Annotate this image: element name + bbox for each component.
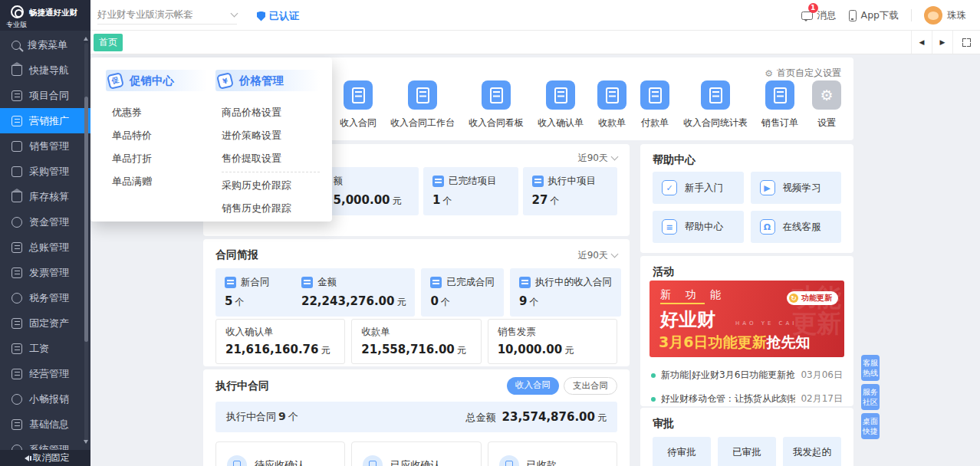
quick-icon-settings[interactable]: ⚙设置 — [812, 80, 841, 130]
fullscreen-button[interactable] — [952, 31, 980, 54]
contract-stat-completed: 已完成合同 0个 — [421, 268, 504, 317]
tab-scroll-right-button[interactable]: ▶ — [932, 31, 952, 54]
quick-icon-income-confirm[interactable]: 收入确认单 — [538, 80, 584, 130]
help-help-center[interactable]: ≡帮助中心 — [653, 211, 744, 243]
base-info-icon — [12, 419, 22, 430]
refresh-icon: ↻ — [789, 294, 798, 303]
account-set-selector[interactable]: 好业财专业版演示帐套 — [97, 5, 237, 25]
contract-brief-title: 合同简报 — [215, 248, 258, 262]
banner-line1: 新 功 能 — [660, 288, 726, 302]
receipt-icon — [597, 80, 626, 110]
pending-receivable-card[interactable]: 待应收确认 — [215, 441, 345, 466]
ledger-icon — [12, 242, 22, 253]
sidebar-item-salary[interactable]: 工资 — [0, 336, 90, 361]
menu-item-product-price[interactable]: 商品价格设置 — [215, 101, 320, 124]
price-mgmt-header: ¥ 价格管理 — [215, 70, 320, 91]
contract-brief-filter[interactable]: 近90天 — [578, 249, 617, 262]
app-download-button[interactable]: App下载 — [849, 9, 899, 22]
sidebar-item-reimburse[interactable]: 小畅报销 — [0, 386, 90, 412]
finished-project-icon — [432, 176, 444, 187]
sidebar-item-inventory[interactable]: 库存核算 — [0, 184, 90, 209]
approval-initiated[interactable]: 我发起的 — [783, 437, 841, 466]
sidebar-item-general-ledger[interactable]: 总账管理 — [0, 235, 90, 260]
chevron-down-icon — [611, 250, 619, 258]
sidebar-item-quick-nav[interactable]: 快捷导航 — [0, 57, 90, 83]
banner-line3: 3月6日功能更新抢先知 — [659, 333, 810, 353]
tax-icon — [12, 293, 22, 304]
received-card[interactable]: 已收款 — [488, 441, 617, 466]
help-online-service[interactable]: Ω在线客服 — [751, 211, 842, 243]
quick-icon-receipt[interactable]: 收款单 — [597, 80, 626, 130]
sidebar-item-base-info[interactable]: 基础信息 — [0, 412, 90, 437]
help-beginner-guide[interactable]: ✓新手入门 — [653, 172, 744, 204]
menu-item-sale-price-extract[interactable]: 售价提取设置 — [215, 147, 320, 170]
tab-scroll-left-button[interactable]: ◀ — [911, 31, 932, 54]
news-item[interactable]: 新功能|好业财3月6日功能更新抢先知 03月06日 — [651, 363, 843, 387]
quick-icon-income-contract-workbench[interactable]: 收入合同工作台 — [390, 80, 455, 130]
confirmed-receivable-card[interactable]: 已应收确认 — [351, 441, 481, 466]
desktop-shortcut-tab[interactable]: 桌面快捷 — [861, 413, 880, 439]
payment-icon — [640, 80, 669, 110]
sidebar-scroll-up-icon[interactable] — [84, 34, 88, 41]
banner-brand-en: HAO YE CAI — [735, 320, 797, 327]
shield-icon — [257, 11, 265, 21]
username: 珠珠 — [947, 9, 966, 22]
tabbar: 首页 ◀ ▶ — [90, 31, 980, 54]
doc-sales-invoice: 销售发票 10,000.00元 — [488, 319, 617, 364]
sidebar-scroll-down-icon[interactable] — [84, 440, 88, 446]
sidebar-item-funds[interactable]: 资金管理 — [0, 209, 90, 235]
approval-pending[interactable]: 待审批 — [653, 437, 711, 466]
sidebar-item-search-menu[interactable]: 搜索菜单 — [0, 32, 90, 57]
income-contract-tab[interactable]: 收入合同 — [507, 377, 559, 395]
workbench-icon — [408, 80, 437, 110]
topbar-divider — [911, 9, 912, 21]
banner-brand: 好业财 — [660, 307, 715, 332]
menu-item-discount[interactable]: 单品打折 — [106, 147, 207, 170]
sidebar-item-purchase[interactable]: 采购管理 — [0, 159, 90, 184]
sidebar-item-tax[interactable]: 税务管理 — [0, 285, 90, 310]
purchase-bag-icon — [12, 166, 22, 177]
invoice-icon — [12, 267, 22, 278]
executing-title: 执行中合同 — [215, 379, 269, 393]
menu-item-sales-history-price[interactable]: 销售历史价跟踪 — [215, 197, 320, 220]
homepage-customize-button[interactable]: ⚙ 首页自定义设置 — [765, 67, 841, 80]
sidebar-item-invoice[interactable]: 发票管理 — [0, 260, 90, 285]
unpin-icon — [21, 455, 29, 461]
quick-icon-income-contract-stats[interactable]: 收入合同统计表 — [683, 80, 748, 130]
money-bag-icon — [12, 217, 22, 228]
menu-item-gift[interactable]: 单品满赠 — [106, 170, 207, 193]
help-video-learning[interactable]: ▶视频学习 — [751, 172, 842, 204]
sidebar-item-operation[interactable]: 经营管理 — [0, 361, 90, 386]
service-hotline-tab[interactable]: 客服热线 — [861, 355, 880, 381]
messages-button[interactable]: 消息 1 — [801, 9, 837, 22]
sidebar-item-marketing[interactable]: 营销推广 — [0, 108, 90, 133]
sidebar-item-project-contract[interactable]: 项目合同 — [0, 83, 90, 108]
approval-title: 审批 — [653, 417, 674, 431]
approval-approved[interactable]: 已审批 — [718, 437, 776, 466]
project-brief-filter[interactable]: 近90天 — [578, 152, 617, 165]
income-contract-icon — [344, 80, 373, 110]
quick-icon-payment[interactable]: 付款单 — [640, 80, 669, 130]
user-menu[interactable]: 珠珠 — [924, 6, 966, 25]
menu-item-coupon[interactable]: 优惠券 — [106, 101, 207, 124]
gift-icon — [12, 116, 22, 126]
menu-item-purchase-history-price[interactable]: 采购历史价跟踪 — [215, 174, 320, 197]
quick-icon-income-contract[interactable]: 收入合同 — [340, 80, 377, 130]
expense-contract-tab[interactable]: 支出合同 — [564, 377, 617, 395]
tab-home[interactable]: 首页 — [94, 34, 123, 51]
sidebar-scrollbar-thumb[interactable] — [84, 97, 88, 342]
menu-divider — [222, 172, 320, 172]
executing-project-icon — [532, 176, 544, 187]
quick-icon-sales-order[interactable]: 销售订单 — [761, 80, 798, 130]
service-community-tab[interactable]: 服务社区 — [861, 384, 880, 410]
sidebar-item-sales[interactable]: 销售管理 — [0, 133, 90, 159]
completed-contract-icon — [430, 277, 442, 288]
contract-stat-executing-income: 执行中的收入合同 9个 — [510, 268, 621, 317]
activity-banner[interactable]: 功能更新 新 功 能 好业财 HAO YE CAI ↻功能更新 3月6日功能更新… — [649, 281, 844, 357]
unpin-sidebar-button[interactable]: 取消固定 — [0, 450, 90, 466]
feature-update-pill: ↻功能更新 — [787, 291, 838, 305]
menu-item-special-price[interactable]: 单品特价 — [106, 124, 207, 147]
menu-item-purchase-price-strategy[interactable]: 进价策略设置 — [215, 124, 320, 147]
sidebar-item-fixed-assets[interactable]: 固定资产 — [0, 310, 90, 336]
quick-icon-income-contract-board[interactable]: 收入合同看板 — [469, 80, 524, 130]
